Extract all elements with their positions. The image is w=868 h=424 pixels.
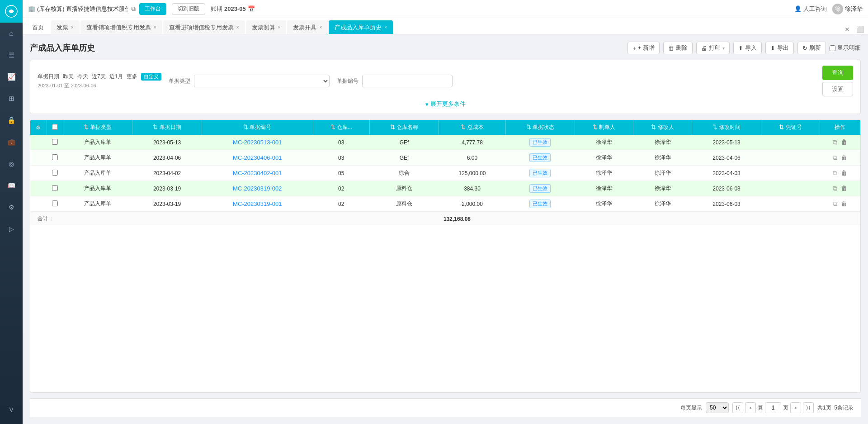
sidebar-item-grid[interactable]: ⊞ [0,88,23,110]
th-settings[interactable]: ⚙ [30,120,47,135]
tab-maximize-button[interactable]: ⬜ [855,25,864,34]
workspace-button[interactable]: 工作台 [139,3,166,15]
show-detail-label[interactable]: 显示明细 [830,44,861,52]
date-link-more[interactable]: 更多 [127,73,137,81]
th-doc-no[interactable]: ⇅ 单据编号 [202,120,313,135]
doc-no-link-5[interactable]: MC-20230319-001 [233,200,282,207]
tab-product-history-close[interactable]: × [384,25,387,30]
tab-sales-vat-close[interactable]: × [154,25,156,30]
th-doc-type[interactable]: ⇅ 单据类型 [63,120,132,135]
doc-no-link-1[interactable]: MC-20230513-001 [233,139,282,146]
th-voucher[interactable]: ⇅ 凭证号 [761,120,820,135]
tab-invoice-calc[interactable]: 发票测算 × [246,20,287,34]
user-info[interactable]: 徐 徐泽华 [832,4,863,14]
row-delete-icon-3[interactable]: 🗑 [841,169,847,177]
service-link[interactable]: 👤 人工咨询 [794,5,827,13]
sidebar-item-book[interactable]: 📖 [0,175,23,196]
prev-page-button[interactable]: ＜ [745,402,756,413]
date-link-1month[interactable]: 近1月 [109,73,123,81]
print-button[interactable]: 🖨 打印 ▾ [696,42,730,54]
doc-no-link-4[interactable]: MC-20230319-002 [233,185,282,192]
th-warehouse-name[interactable]: ⇅ 仓库名称 [369,120,439,135]
refresh-button[interactable]: ↻ 刷新 [797,42,826,54]
th-status[interactable]: ⇅ 单据状态 [505,120,575,135]
sidebar-item-wallet[interactable]: 💼 [0,131,23,153]
row-no-5[interactable]: MC-20230319-001 [202,196,313,212]
row-no-4[interactable]: MC-20230319-002 [202,181,313,196]
row-checkbox-4[interactable] [52,185,58,191]
row-check-3[interactable] [47,166,63,181]
tab-invoice-open-close[interactable]: × [319,25,322,30]
calendar-icon[interactable]: 📅 [248,5,255,12]
query-button[interactable]: 查询 [822,66,853,80]
row-no-3[interactable]: MC-20230402-001 [202,166,313,181]
th-warehouse-code[interactable]: ⇅ 仓库... [313,120,369,135]
row-check-1[interactable] [47,135,63,150]
date-custom-tag[interactable]: 自定义 [141,73,161,81]
doc-no-link-3[interactable]: MC-20230402-001 [233,170,282,176]
th-creator[interactable]: ⇅ 制单人 [575,120,633,135]
tab-product-history[interactable]: 产成品入库单历史 × [329,20,393,34]
sidebar-item-stamp[interactable]: ◎ [0,153,23,175]
app-logo[interactable] [0,0,23,23]
row-edit-icon-2[interactable]: ⧉ [833,154,837,162]
date-link-today[interactable]: 今天 [77,73,88,81]
import-button[interactable]: ⬆ 导入 [733,42,762,54]
doc-no-input[interactable] [362,75,453,87]
sidebar-item-version[interactable]: V [0,399,23,420]
tab-invoice[interactable]: 发票 × [51,20,80,34]
row-no-1[interactable]: MC-20230513-001 [202,135,313,150]
tab-invoice-close[interactable]: × [71,25,74,30]
row-checkbox-3[interactable] [52,170,58,176]
row-edit-icon-3[interactable]: ⧉ [833,169,837,177]
row-delete-icon-1[interactable]: 🗑 [841,138,847,146]
sidebar-item-doc[interactable]: ☰ [0,44,23,66]
tab-purchase-vat-close[interactable]: × [236,25,239,30]
row-checkbox-2[interactable] [52,154,58,160]
sidebar-item-lock[interactable]: 🔒 [0,110,23,131]
tab-close-all-button[interactable]: ✕ [843,25,852,34]
tab-invoice-open[interactable]: 发票开具 × [287,20,328,34]
sidebar-item-play[interactable]: ▷ [0,218,23,240]
row-checkbox-5[interactable] [52,200,58,206]
th-total-cost[interactable]: ⇅ 总成本 [439,120,505,135]
row-delete-icon-2[interactable]: 🗑 [841,154,847,162]
sidebar-item-home[interactable]: ⌂ [0,23,23,44]
sidebar-item-settings[interactable]: ⚙ [0,196,23,218]
delete-button[interactable]: 🗑 删除 [663,42,693,54]
row-delete-icon-5[interactable]: 🗑 [841,200,847,208]
doc-type-select[interactable]: 产品入库单 [194,75,330,87]
new-button[interactable]: + + 新增 [627,42,660,54]
th-doc-date[interactable]: ⇅ 单据日期 [132,120,202,135]
export-button[interactable]: ⬇ 导出 [765,42,794,54]
th-select-all[interactable] [47,120,63,135]
tab-home[interactable]: 首页 [26,20,50,34]
select-all-checkbox[interactable] [52,124,58,130]
row-edit-icon-5[interactable]: ⧉ [833,200,837,208]
row-edit-icon-1[interactable]: ⧉ [833,138,837,146]
row-check-2[interactable] [47,150,63,166]
switch-version-button[interactable]: 切到旧版 [172,3,205,15]
set-button[interactable]: 设置 [822,82,853,96]
date-link-7days[interactable]: 近7天 [92,73,106,81]
th-modifier[interactable]: ⇅ 修改人 [633,120,692,135]
page-input[interactable] [765,402,781,413]
row-delete-icon-4[interactable]: 🗑 [841,185,847,192]
tab-invoice-calc-close[interactable]: × [278,25,281,30]
last-page-button[interactable]: ⟩⟩ [803,402,814,413]
date-link-yesterday[interactable]: 昨天 [63,73,74,81]
doc-no-link-2[interactable]: MC-20230406-001 [233,154,282,161]
tab-sales-vat[interactable]: 查看销项增值税专用发票 × [80,20,162,34]
row-edit-icon-4[interactable]: ⧉ [833,185,837,192]
sidebar-item-chart[interactable]: 📈 [0,66,23,88]
show-detail-checkbox[interactable] [830,45,835,51]
row-checkbox-1[interactable] [52,139,58,145]
row-check-4[interactable] [47,181,63,196]
row-check-5[interactable] [47,196,63,212]
tab-purchase-vat[interactable]: 查看进项增值税专用发票 × [163,20,245,34]
first-page-button[interactable]: ⟨⟨ [732,402,743,413]
row-no-2[interactable]: MC-20230406-001 [202,150,313,166]
per-page-select[interactable]: 10 20 50 100 [706,402,729,413]
next-page-button[interactable]: ＞ [790,402,801,413]
expand-button[interactable]: ▾ 展开更多条件 [425,100,466,108]
